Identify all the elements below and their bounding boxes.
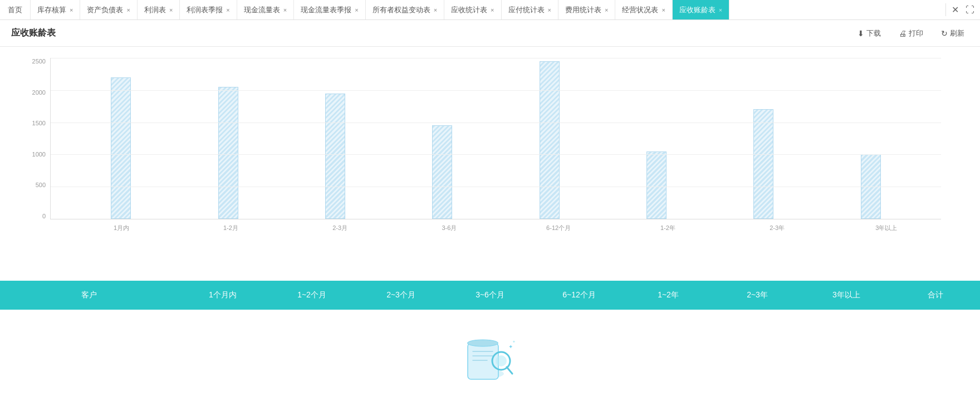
svg-point-7 <box>496 355 507 366</box>
grid-line-4 <box>51 154 941 155</box>
bar-2 <box>325 94 345 219</box>
x-label-4: 6-12个月 <box>504 224 613 232</box>
tab-close-cashflow[interactable]: × <box>283 7 287 13</box>
tab-close-ar-aging[interactable]: × <box>719 7 722 13</box>
tab-close-operation-status[interactable]: × <box>661 7 665 13</box>
refresh-icon: ↻ <box>941 29 948 38</box>
bar-6 <box>753 109 773 219</box>
tab-close-inventory[interactable]: × <box>70 7 73 13</box>
svg-rect-1 <box>468 343 498 379</box>
tab-home[interactable]: 首页 <box>0 0 31 20</box>
tab-close-expense-stats[interactable]: × <box>605 7 608 13</box>
download-button[interactable]: ⬇ 下载 <box>853 26 885 41</box>
table-header: 客户1个月内1~2个月2~3个月3~6个月6~12个月1~2年2~3年3年以上合… <box>0 281 980 310</box>
print-icon: 🖨 <box>899 29 906 38</box>
close-window-icon[interactable]: ✕ <box>950 3 960 16</box>
bar-group-4 <box>496 58 603 219</box>
tab-operation-status[interactable]: 经营状况表× <box>615 0 672 20</box>
grid-line-1 <box>51 58 941 58</box>
refresh-label: 刷新 <box>950 28 964 38</box>
grid-line-5 <box>51 187 941 187</box>
th-col-4: 3~6个月 <box>445 290 535 300</box>
tab-label-inventory: 库存核算 <box>37 5 66 15</box>
bar-5 <box>646 151 667 219</box>
x-label-0: 1月内 <box>67 224 176 232</box>
tab-label-ap-stats: 应付统计表 <box>508 5 545 15</box>
tab-close-balance-sheet[interactable]: × <box>126 7 130 13</box>
print-label: 打印 <box>909 28 923 38</box>
y-label-2000: 2000 <box>32 89 46 96</box>
tab-ap-stats[interactable]: 应付统计表× <box>502 0 558 20</box>
y-label-500: 500 <box>36 182 46 188</box>
svg-line-8 <box>507 367 512 374</box>
page-title: 应收账龄表 <box>11 27 56 39</box>
print-button[interactable]: 🖨 打印 <box>894 26 928 41</box>
tab-close-equity-changes[interactable]: × <box>434 7 437 13</box>
th-col-9: 合计 <box>891 290 980 300</box>
tab-close-ar-stats[interactable]: × <box>491 7 494 13</box>
th-col-0: 客户 <box>0 290 178 300</box>
bar-4 <box>540 61 560 219</box>
tabs-container: 库存核算×资产负债表×利润表×利润表季报×现金流量表×现金流量表季报×所有者权益… <box>31 0 729 20</box>
x-label-7: 3年以上 <box>832 224 941 232</box>
tab-profit[interactable]: 利润表× <box>138 0 180 20</box>
refresh-button[interactable]: ↻ 刷新 <box>937 26 969 41</box>
tab-equity-changes[interactable]: 所有者权益变动表× <box>366 0 444 20</box>
tab-close-profit[interactable]: × <box>169 7 173 13</box>
tab-close-ap-stats[interactable]: × <box>548 7 551 13</box>
th-col-6: 1~2年 <box>624 290 713 300</box>
x-label-1: 1-2月 <box>176 224 285 232</box>
tab-ar-stats[interactable]: 应收统计表× <box>444 0 501 20</box>
x-label-5: 1-2年 <box>613 224 722 232</box>
chart-container: 2500 2000 1500 1000 500 0 <box>22 58 958 247</box>
bar-group-2 <box>282 58 389 219</box>
svg-point-2 <box>468 340 498 346</box>
page-header: 应收账龄表 ⬇ 下载 🖨 打印 ↻ 刷新 <box>0 20 980 47</box>
tab-label-balance-sheet: 资产负债表 <box>87 5 123 15</box>
tab-label-cashflow-quarterly: 现金流量表季报 <box>301 5 351 15</box>
tab-balance-sheet[interactable]: 资产负债表× <box>80 0 137 20</box>
th-col-7: 2~3年 <box>713 290 802 300</box>
svg-text:✦: ✦ <box>508 344 513 350</box>
th-col-2: 1~2个月 <box>267 290 356 300</box>
th-col-1: 1个月内 <box>178 290 267 300</box>
y-label-0: 0 <box>42 213 46 219</box>
bar-group-5 <box>603 58 710 219</box>
page-actions: ⬇ 下载 🖨 打印 ↻ 刷新 <box>853 26 969 41</box>
bar-group-6 <box>710 58 817 219</box>
svg-text:✦: ✦ <box>512 340 516 344</box>
th-col-8: 3年以上 <box>802 290 891 300</box>
tab-cashflow[interactable]: 现金流量表× <box>237 0 294 20</box>
tab-label-ar-stats: 应收统计表 <box>451 5 487 15</box>
x-label-2: 2-3月 <box>286 224 395 232</box>
bar-group-3 <box>389 58 496 219</box>
tab-home-label: 首页 <box>8 5 22 15</box>
tab-label-equity-changes: 所有者权益变动表 <box>373 5 430 15</box>
bar-group-1 <box>174 58 281 219</box>
x-label-3: 3-6月 <box>395 224 504 232</box>
tab-expense-stats[interactable]: 费用统计表× <box>558 0 615 20</box>
tab-profit-quarterly[interactable]: 利润表季报× <box>180 0 237 20</box>
empty-state: ✦ ✦ <box>0 310 980 401</box>
empty-illustration: ✦ ✦ <box>457 332 523 388</box>
download-icon: ⬇ <box>857 29 864 38</box>
chart-inner <box>50 58 941 219</box>
bar-group-7 <box>817 58 924 219</box>
tab-label-operation-status: 经营状况表 <box>622 5 658 15</box>
y-label-1000: 1000 <box>32 151 46 158</box>
tab-inventory[interactable]: 库存核算× <box>31 0 80 20</box>
tab-cashflow-quarterly[interactable]: 现金流量表季报× <box>294 0 365 20</box>
maximize-window-icon[interactable]: ⛶ <box>964 4 976 16</box>
tab-close-cashflow-quarterly[interactable]: × <box>355 7 358 13</box>
tab-bar-actions: ✕ ⛶ <box>945 3 980 16</box>
tab-label-profit-quarterly: 利润表季报 <box>187 5 223 15</box>
tab-bar: 首页 库存核算×资产负债表×利润表×利润表季报×现金流量表×现金流量表季报×所有… <box>0 0 980 20</box>
chart-section: 2500 2000 1500 1000 500 0 <box>0 47 980 281</box>
tab-close-profit-quarterly[interactable]: × <box>226 7 229 13</box>
grid-line-2 <box>51 90 941 91</box>
tab-ar-aging[interactable]: 应收账龄表× <box>673 0 729 20</box>
y-label-1500: 1500 <box>32 120 46 126</box>
main-content: 2500 2000 1500 1000 500 0 <box>0 47 980 401</box>
download-label: 下载 <box>866 28 881 38</box>
tab-label-ar-aging: 应收账龄表 <box>679 5 716 15</box>
